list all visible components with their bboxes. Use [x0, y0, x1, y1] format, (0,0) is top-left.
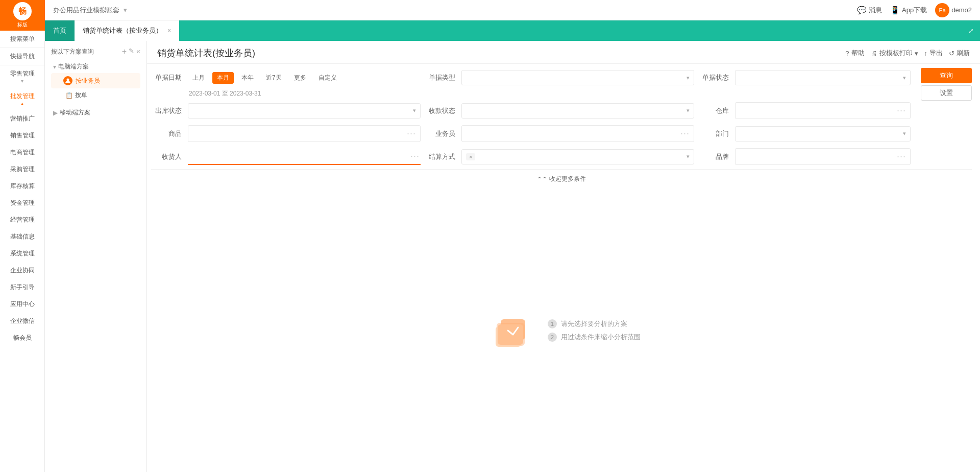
out-status-select[interactable]: ▾	[188, 103, 421, 119]
tab-sales-stats[interactable]: 销货单统计表（按业务员） ×	[75, 20, 179, 41]
sidebar-item-wholesale[interactable]: 批发管理 ▴	[0, 88, 44, 110]
message-icon: 💬	[857, 6, 867, 15]
sidebar-quick-label: 快捷导航	[10, 53, 35, 60]
salesman-cell: 业务员 ···	[425, 123, 698, 144]
sidebar-item-label: 应用中心	[10, 300, 35, 308]
left-panel-actions: + ✎ «	[122, 47, 140, 56]
tab-close-icon[interactable]: ×	[167, 27, 171, 34]
sidebar-item-ecommerce[interactable]: 电商管理	[0, 144, 44, 161]
avatar: Ea	[935, 3, 949, 17]
collapse-button[interactable]: ⌃⌃ 收起更多条件	[531, 173, 592, 185]
date-btn-this-month[interactable]: 本月	[212, 72, 234, 84]
date-controls: 上月 本月 本年 近7天 更多 自定义	[188, 72, 421, 84]
sidebar-item-system[interactable]: 系统管理	[0, 245, 44, 262]
print-dropdown-icon: ▾	[915, 50, 918, 57]
date-btn-more[interactable]: 更多	[289, 72, 311, 84]
date-btn-this-year[interactable]: 本年	[237, 72, 258, 84]
logo-icon: 畅	[13, 2, 32, 20]
tab-home[interactable]: 首页	[45, 20, 75, 41]
settlement-select[interactable]: × ▾	[461, 149, 694, 164]
empty-icon	[486, 305, 537, 356]
sidebar-item-label: 库存核算	[10, 182, 35, 190]
help-button[interactable]: ? 帮助	[845, 49, 864, 58]
status-select[interactable]: ▾	[735, 70, 911, 85]
sidebar-item-purchase[interactable]: 采购管理	[0, 161, 44, 178]
sidebar-item-vip[interactable]: 畅会员	[0, 329, 44, 346]
date-range-display: 2023-03-01 至 2023-03-31	[151, 89, 972, 98]
dropdown-icon[interactable]: ▾	[124, 6, 127, 14]
scheme-group-mobile-label: 移动端方案	[60, 108, 90, 117]
sidebar-item-label: 新手引导	[10, 284, 35, 291]
topbar-right: 💬 消息 📱 App下载 Ea demo2	[857, 3, 972, 17]
collapse-panel-button[interactable]: «	[136, 47, 140, 56]
sidebar-item-label: 基础信息	[10, 233, 35, 240]
scheme-group-mobile-header[interactable]: ▶ 移动端方案	[49, 106, 142, 119]
sidebar-search-item[interactable]: 搜索菜单	[0, 31, 44, 48]
tab-expand-button[interactable]: ⤢	[962, 27, 980, 35]
scheme-subitem-by-order[interactable]: 📋 按单	[49, 88, 142, 102]
sidebar-item-basic[interactable]: 基础信息	[0, 228, 44, 245]
export-label: 导出	[929, 49, 943, 58]
message-label: 消息	[869, 6, 882, 15]
sidebar-item-finance[interactable]: 资金管理	[0, 195, 44, 211]
sidebar-item-cooperation[interactable]: 企业协同	[0, 262, 44, 279]
type-select[interactable]: ▾	[461, 70, 694, 85]
avatar-text: Ea	[939, 7, 946, 13]
sidebar-item-label: 营销推广	[10, 115, 35, 122]
sidebar-item-newbie[interactable]: 新手引导	[0, 279, 44, 296]
add-scheme-button[interactable]: +	[122, 47, 127, 56]
sidebar-item-inventory[interactable]: 库存核算	[0, 178, 44, 195]
scheme-item-by-salesman[interactable]: 按业务员	[51, 73, 140, 88]
date-btn-custom[interactable]: 自定义	[314, 72, 341, 84]
date-btn-7days[interactable]: 近7天	[261, 72, 286, 84]
receive-status-label: 收款状态	[429, 106, 459, 115]
dept-select[interactable]: ▾	[735, 126, 911, 141]
sidebar-item-appcenter[interactable]: 应用中心	[0, 296, 44, 313]
user-menu-button[interactable]: Ea demo2	[935, 3, 972, 17]
sidebar-search-label: 搜索菜单	[10, 35, 35, 42]
date-btn-last-month[interactable]: 上月	[188, 72, 209, 84]
goods-dots: ···	[407, 128, 416, 139]
sidebar-quick-nav-item[interactable]: 快捷导航	[0, 48, 44, 65]
print-label: 按模板打印	[879, 49, 913, 58]
expand-icon: ⤢	[968, 27, 974, 35]
refresh-button[interactable]: ↺ 刷新	[949, 49, 970, 58]
scheme-group-pc-header[interactable]: ▾ 电脑端方案	[49, 60, 142, 73]
receive-status-control: ▾	[461, 103, 694, 119]
sidebar-item-label: 企业微信	[10, 317, 35, 324]
sidebar-item-marketing[interactable]: 营销推广	[0, 110, 44, 127]
print-button[interactable]: 🖨 按模板打印 ▾	[871, 49, 918, 58]
scheme-subitem-icon: 📋	[65, 92, 73, 99]
refresh-icon: ↺	[949, 50, 954, 57]
warehouse-input[interactable]: ···	[735, 102, 911, 119]
sidebar-item-retail[interactable]: 零售管理 ▾	[0, 65, 44, 88]
settlement-tag-close[interactable]: ×	[469, 154, 472, 160]
export-button[interactable]: ↑ 导出	[924, 49, 943, 58]
phone-icon: 📱	[890, 6, 900, 15]
query-button[interactable]: 查询	[921, 68, 972, 83]
left-panel-header: 按以下方案查询 + ✎ «	[45, 47, 146, 60]
tip-text-1: 请先选择要分析的方案	[561, 319, 627, 328]
brand-dots: ···	[897, 151, 906, 162]
empty-tips: 1 请先选择要分析的方案 2 用过滤条件来缩小分析范围	[548, 319, 641, 342]
sidebar-item-label: 电商管理	[10, 149, 35, 156]
settings-button[interactable]: 设置	[921, 85, 972, 101]
goods-input[interactable]: ···	[188, 125, 421, 142]
sidebar-item-operations[interactable]: 经营管理	[0, 211, 44, 228]
settlement-tag: ×	[466, 153, 475, 160]
receive-status-select[interactable]: ▾	[461, 103, 694, 119]
left-panel-title: 按以下方案查询	[51, 48, 94, 56]
goods-cell: 商品 ···	[151, 123, 425, 144]
logo-subtitle: 标版	[17, 21, 28, 29]
sidebar-item-wechat[interactable]: 企业微信	[0, 313, 44, 329]
app-download-button[interactable]: 📱 App下载	[890, 6, 927, 15]
salesman-input[interactable]: ···	[461, 125, 694, 142]
message-button[interactable]: 💬 消息	[857, 6, 882, 15]
consignee-input[interactable]: ···	[188, 148, 421, 165]
brand-input[interactable]: ···	[735, 148, 911, 165]
out-status-label: 出库状态	[155, 106, 186, 115]
sidebar-item-sales[interactable]: 销售管理	[0, 127, 44, 144]
settlement-label: 结算方式	[429, 152, 459, 161]
edit-scheme-button[interactable]: ✎	[129, 47, 134, 56]
consignee-dots: ···	[410, 151, 420, 161]
